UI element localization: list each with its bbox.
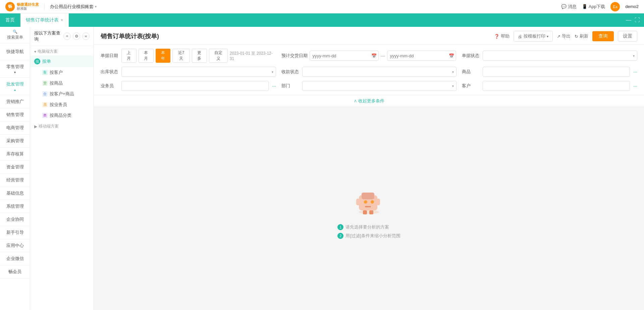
sidebar-item-wholesale[interactable]: 批发管理 ▴ xyxy=(0,78,30,95)
salesperson-input[interactable] xyxy=(121,81,269,91)
sidebar-item-ecommerce[interactable]: 电商管理 xyxy=(0,121,30,135)
customer-ellipsis-button[interactable]: ··· xyxy=(633,83,637,89)
filter-row-3: 业务员 ··· 部门 ▾ 客户 ··· xyxy=(101,81,637,91)
salesperson-label: 业务员 xyxy=(101,83,119,89)
printer-icon: 🖨 xyxy=(518,34,522,39)
expected-date-from-input[interactable] xyxy=(310,51,379,61)
sidebar-item-purchase[interactable]: 采购管理 xyxy=(0,135,30,148)
filter-status: 单据状态 ▾ xyxy=(462,51,637,61)
maximize-icon[interactable]: ⛶ xyxy=(635,17,640,23)
sidebar-item-basic[interactable]: 基础信息 xyxy=(0,187,30,200)
salesperson-ellipsis-button[interactable]: ··· xyxy=(272,83,276,89)
dept-select[interactable] xyxy=(302,81,457,91)
chevron-down-icon: ▾ xyxy=(547,35,548,38)
sidebar-item-wechat[interactable]: 企业微信 xyxy=(0,252,30,265)
message-icon: 💬 xyxy=(561,4,567,9)
sidebar-item-member[interactable]: 畅会员 xyxy=(0,265,30,278)
tree-group-desktop[interactable]: ▾ 电脑端方案 xyxy=(30,46,94,56)
chevron-up-icon: ▴ xyxy=(14,88,16,92)
top-bar: 畅 畅捷通好生意 标准版 办公用品行业模拟账套 ▾ 💬 消息 📱 App下载 E… xyxy=(0,0,644,13)
tab-home[interactable]: 首页 xyxy=(0,13,20,27)
pay-status-select[interactable] xyxy=(302,67,457,77)
chevron-down-icon: ▾ xyxy=(34,49,36,54)
svg-rect-8 xyxy=(363,210,367,214)
sidebar-search[interactable]: 🔍 搜索菜单 xyxy=(0,27,30,43)
sidebar-item-inventory[interactable]: 库存核算 xyxy=(0,148,30,161)
left-panel-actions: + ⚙ « xyxy=(63,33,90,40)
tree-item-by-order[interactable]: 按 按单 xyxy=(30,56,94,67)
date-btn-thisyear[interactable]: 本年 xyxy=(156,49,171,63)
export-button[interactable]: ↗ 导出 xyxy=(557,33,571,39)
svg-rect-9 xyxy=(369,210,373,214)
top-bar-left: 畅 畅捷通好生意 标准版 办公用品行业模拟账套 ▾ xyxy=(5,2,97,11)
settings-button[interactable]: 设置 xyxy=(618,31,637,42)
logo-area: 畅 畅捷通好生意 标准版 xyxy=(5,2,39,11)
tree-item-by-category[interactable]: 类 按商品分类 xyxy=(30,110,94,121)
customer-input[interactable] xyxy=(483,81,630,91)
sidebar-item-collab[interactable]: 企业协同 xyxy=(0,213,30,226)
close-tab-icon[interactable]: × xyxy=(61,18,63,22)
date-label: 单据日期 xyxy=(101,53,119,59)
mobile-icon: 📱 xyxy=(582,4,587,9)
help-button[interactable]: ❓ 帮助 xyxy=(494,33,509,39)
search-button[interactable]: 查询 xyxy=(592,31,614,41)
svg-rect-6 xyxy=(356,199,360,205)
sidebar-item-finance[interactable]: 资金管理 xyxy=(0,161,30,174)
by-customer-icon: 客 xyxy=(42,70,48,75)
date-btn-custom[interactable]: 自定义 xyxy=(209,49,228,63)
tree-item-by-salesperson[interactable]: 员 按业务员 xyxy=(30,99,94,110)
app-download-action[interactable]: 📱 App下载 xyxy=(582,4,605,10)
sidebar-item-marketing[interactable]: 营销推广 xyxy=(0,95,30,108)
by-order-icon: 按 xyxy=(34,58,40,64)
sidebar-item-system[interactable]: 系统管理 xyxy=(0,200,30,213)
top-bar-right: 💬 消息 📱 App下载 Ea demo2 xyxy=(561,2,639,11)
empty-svg xyxy=(349,178,389,219)
refresh-button[interactable]: ↻ 刷新 xyxy=(575,33,588,39)
status-select[interactable] xyxy=(483,51,637,61)
logo-char: 畅 xyxy=(8,4,12,9)
date-btn-thismonth[interactable]: 本月 xyxy=(139,49,154,63)
sidebar-item-operation[interactable]: 经营管理 xyxy=(0,174,30,187)
sidebar: 🔍 搜索菜单 快捷导航 零售管理 ▾ 批发管理 ▴ 营销推广 销售管理 电商管理… xyxy=(0,27,30,310)
expected-date-to-input[interactable] xyxy=(387,51,456,61)
delivery-status-select-wrapper: ▾ xyxy=(121,67,276,77)
settings-scheme-button[interactable]: ⚙ xyxy=(73,33,80,40)
page-actions: ❓ 帮助 🖨 按模板打印 ▾ ↗ 导出 ↻ 刷新 查询 设置 xyxy=(494,31,637,42)
company-select[interactable]: 办公用品行业模拟账套 ▾ xyxy=(50,4,97,10)
collapse-panel-button[interactable]: « xyxy=(82,33,90,40)
message-action[interactable]: 💬 消息 xyxy=(561,4,577,10)
date-btn-lastmonth[interactable]: 上月 xyxy=(121,49,137,63)
add-scheme-button[interactable]: + xyxy=(63,33,71,40)
sidebar-quick-nav: 快捷导航 xyxy=(0,43,30,60)
date-range-text: 2023-01-01 至 2023-12-31 xyxy=(230,51,276,61)
empty-illustration xyxy=(349,178,389,219)
sidebar-item-apps[interactable]: 应用中心 xyxy=(0,239,30,252)
collapse-more-conditions-button[interactable]: ∧ 收起更多条件 xyxy=(354,98,385,104)
username: demo2 xyxy=(625,4,639,9)
customer-label: 客户 xyxy=(462,83,481,89)
tree-item-by-customer-goods[interactable]: 合 按客户+商品 xyxy=(30,89,94,99)
filter-row-2: 出库状态 ▾ 收款状态 ▾ xyxy=(101,67,637,77)
tree-item-by-customer[interactable]: 客 按客户 xyxy=(30,67,94,78)
template-print-button[interactable]: 🖨 按模板打印 ▾ xyxy=(514,31,553,42)
date-btn-more[interactable]: 更多 xyxy=(192,49,207,63)
minimize-icon[interactable]: — xyxy=(626,17,631,23)
sidebar-item-guide[interactable]: 新手引导 xyxy=(0,226,30,239)
content-area: 销售订单统计表(按单) ❓ 帮助 🖨 按模板打印 ▾ ↗ 导出 ↻ 刷新 xyxy=(94,27,644,310)
delivery-status-select[interactable] xyxy=(121,67,276,77)
empty-text: 1 请先选择要分析的方案 2 用[过滤]条件来缩小分析范围 xyxy=(337,224,400,239)
sidebar-item-sales[interactable]: 销售管理 xyxy=(0,108,30,121)
chevron-icon: ▾ xyxy=(14,70,16,74)
left-panel-title: 按以下方案查询 xyxy=(34,30,63,42)
left-panel-header: 按以下方案查询 + ⚙ « xyxy=(30,27,94,46)
goods-input[interactable] xyxy=(483,67,630,77)
tree-item-by-goods[interactable]: 货 按商品 xyxy=(30,78,94,89)
date-btn-7days[interactable]: 近7天 xyxy=(172,49,190,63)
tree-group-mobile[interactable]: ▶ 移动端方案 xyxy=(30,121,94,131)
collapse-bar: ∧ 收起更多条件 xyxy=(94,95,644,107)
sidebar-item-quick-nav[interactable]: 快捷导航 xyxy=(0,45,30,58)
sidebar-item-retail[interactable]: 零售管理 ▾ xyxy=(0,60,30,78)
pay-status-select-wrapper: ▾ xyxy=(302,67,457,77)
tab-sales-order-stats[interactable]: 销售订单统计表 × xyxy=(20,13,69,27)
goods-ellipsis-button[interactable]: ··· xyxy=(633,69,637,74)
